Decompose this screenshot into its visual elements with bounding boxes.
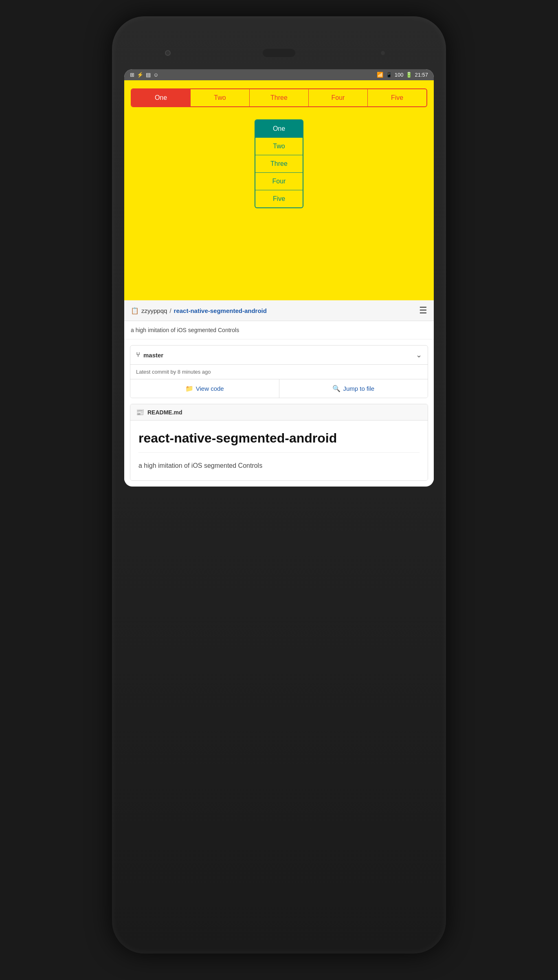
seg-btn-five[interactable]: Five (368, 89, 426, 106)
commit-info: Latest commit by 8 minutes ago (130, 365, 428, 379)
branch-icon: ⑂ (136, 351, 140, 359)
repo-name[interactable]: react-native-segmented-android (174, 307, 267, 314)
time-display: 21:57 (415, 72, 428, 78)
action-row: 📁 View code 🔍 Jump to file (130, 379, 428, 398)
segmented-control-vertical[interactable]: One Two Three Four Five (255, 119, 303, 208)
readme-content: react-native-segmented-android a high im… (130, 421, 428, 480)
breadcrumb-slash: / (169, 307, 171, 314)
view-code-label: View code (196, 385, 224, 392)
phone-top-bar (124, 41, 434, 65)
front-camera (165, 50, 171, 56)
face-icon: ☺ (153, 72, 158, 78)
jump-to-file-label: Jump to file (343, 385, 374, 392)
seg-btn-four[interactable]: Four (309, 89, 368, 106)
phone-sensor (381, 51, 385, 55)
repo-icon: 📋 (131, 307, 139, 315)
signal-icon: 📱 (386, 72, 392, 78)
seg-btn-v-five[interactable]: Five (255, 190, 303, 207)
segmented-control-vertical-wrapper: One Two Three Four Five (131, 119, 427, 208)
branch-row[interactable]: ⑂ master ⌄ (130, 346, 428, 365)
branch-commit-card: ⑂ master ⌄ Latest commit by 8 minutes ag… (130, 345, 428, 398)
seg-btn-two[interactable]: Two (191, 89, 250, 106)
status-bar: ⊞ ⚡ ▤ ☺ 📶 📱 100 🔋 21:57 (124, 69, 434, 80)
repo-description: a high imitation of iOS segmented Contro… (124, 321, 434, 339)
readme-icon: 📰 (136, 408, 144, 416)
app-demo-area: One Two Three Four Five One Two Three Fo… (124, 80, 434, 300)
status-right-icons: 📶 📱 100 🔋 21:57 (377, 72, 428, 78)
browser-area: 📋 zzyyppqq / react-native-segmented-andr… (124, 300, 434, 481)
view-code-button[interactable]: 📁 View code (130, 379, 279, 398)
readme-title: react-native-segmented-android (138, 430, 420, 453)
seg-btn-v-two[interactable]: Two (255, 138, 303, 155)
grid-icon: ⊞ (130, 72, 134, 78)
phone-device: ⊞ ⚡ ▤ ☺ 📶 📱 100 🔋 21:57 One Two Three Fo… (112, 16, 446, 954)
seg-btn-v-four[interactable]: Four (255, 173, 303, 190)
wifi-icon: 📶 (377, 72, 383, 78)
readme-card: 📰 README.md react-native-segmented-andro… (130, 404, 428, 481)
phone-screen: ⊞ ⚡ ▤ ☺ 📶 📱 100 🔋 21:57 One Two Three Fo… (124, 69, 434, 487)
branch-name: master (143, 352, 163, 359)
readme-header: 📰 README.md (130, 404, 428, 421)
screen-icon: ▤ (146, 72, 151, 78)
battery-text: 100 (395, 72, 404, 78)
status-left-icons: ⊞ ⚡ ▤ ☺ (130, 72, 158, 78)
segmented-control-horizontal[interactable]: One Two Three Four Five (131, 88, 427, 107)
repo-header: 📋 zzyyppqq / react-native-segmented-andr… (124, 300, 434, 321)
battery-icon: 🔋 (406, 72, 412, 78)
readme-subtitle: a high imitation of iOS segmented Contro… (138, 461, 420, 471)
seg-btn-three[interactable]: Three (250, 89, 309, 106)
seg-btn-v-one[interactable]: One (255, 120, 303, 138)
breadcrumb: 📋 zzyyppqq / react-native-segmented-andr… (131, 307, 267, 315)
branch-left: ⑂ master (136, 351, 163, 359)
folder-icon: 📁 (185, 385, 193, 392)
jump-to-file-button[interactable]: 🔍 Jump to file (279, 379, 428, 398)
chevron-down-icon[interactable]: ⌄ (416, 350, 422, 359)
phone-speaker (263, 49, 295, 57)
hamburger-menu-icon[interactable]: ☰ (419, 305, 427, 316)
search-icon: 🔍 (332, 385, 341, 392)
readme-filename: README.md (147, 409, 182, 416)
seg-btn-v-three[interactable]: Three (255, 155, 303, 173)
seg-btn-one[interactable]: One (132, 89, 191, 106)
username[interactable]: zzyyppqq (141, 307, 167, 314)
usb-icon: ⚡ (137, 72, 143, 78)
